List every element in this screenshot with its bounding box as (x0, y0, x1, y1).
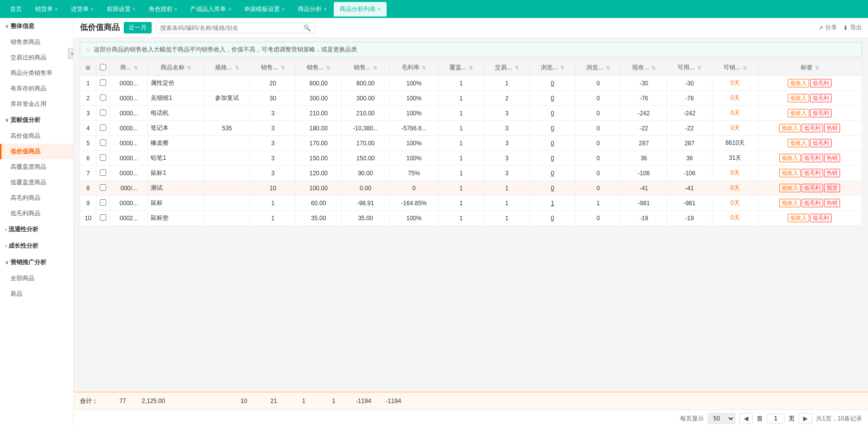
cell-checkbox[interactable] (96, 136, 110, 151)
col-view1[interactable]: 浏览... ⇅ (530, 60, 576, 76)
close-icon[interactable]: × (324, 6, 327, 12)
cell-view1[interactable]: 0 (530, 151, 576, 166)
first-page-button[interactable]: ◀ (739, 413, 753, 424)
sidebar-item-sales-products[interactable]: 销售类商品 (0, 34, 73, 50)
close-icon[interactable]: × (378, 6, 381, 12)
nav-tab-analysis[interactable]: 商品分析 × (292, 2, 333, 16)
cell-cover: 1 (438, 151, 484, 166)
cell-view1[interactable]: 0 (530, 136, 576, 151)
cell-name: 鼠标1 (148, 166, 204, 181)
row-checkbox[interactable] (100, 184, 106, 191)
cell-checkbox[interactable] (96, 166, 110, 181)
row-checkbox[interactable] (100, 214, 106, 221)
row-checkbox[interactable] (100, 154, 106, 161)
sidebar-item-high-value[interactable]: 高价值商品 (0, 128, 73, 144)
col-code[interactable]: 商... ⇅ (110, 60, 148, 76)
row-checkbox[interactable] (100, 169, 106, 176)
cell-view1[interactable]: 0 (530, 211, 576, 226)
col-view2[interactable]: 浏览... ⇅ (575, 60, 621, 76)
col-margin[interactable]: 毛利率 ⇅ (390, 60, 438, 76)
row-checkbox[interactable] (100, 199, 106, 206)
cell-checkbox[interactable] (96, 91, 110, 106)
sidebar-item-category-sales-rate[interactable]: 商品分类销售率 (0, 65, 73, 81)
cell-view1[interactable]: 0 (530, 181, 576, 196)
select-all-checkbox[interactable] (100, 64, 106, 70)
sidebar-section-marketing[interactable]: ∨ 营销推广分析 (0, 254, 73, 271)
sidebar-item-low-margin[interactable]: 低毛利商品 (0, 206, 73, 221)
share-button[interactable]: ↗ 分享 (818, 23, 837, 32)
col-tags[interactable]: 标签 ⇅ (758, 60, 862, 76)
page-number-input[interactable] (767, 414, 785, 424)
filter-recent-month-button[interactable]: 近一月 (124, 22, 152, 33)
row-checkbox[interactable] (100, 124, 106, 131)
nav-tab-inbound[interactable]: 产成品入库单 × (184, 2, 237, 16)
nav-tab-permission[interactable]: 权限设置 × (101, 2, 142, 16)
cell-checkbox[interactable] (96, 106, 110, 121)
sidebar-item-low-coverage[interactable]: 低覆盖度商品 (0, 175, 73, 190)
nav-tab-purchase[interactable]: 进货单 × (65, 2, 100, 16)
next-page-button[interactable]: ▶ (799, 413, 812, 424)
cell-checkbox[interactable] (96, 151, 110, 166)
sidebar-section-liquidity[interactable]: › 流通性分析 (0, 221, 73, 238)
col-saleable[interactable]: 可销... ⇅ (712, 60, 758, 76)
close-icon[interactable]: × (175, 6, 178, 12)
sidebar-item-high-coverage[interactable]: 高覆盖度商品 (0, 159, 73, 175)
search-icon[interactable]: 🔍 (303, 24, 311, 31)
cell-checkbox[interactable] (96, 196, 110, 211)
nav-tab-home[interactable]: 首页 (4, 2, 28, 16)
col-amount[interactable]: 销售... ⇅ (296, 60, 342, 76)
cell-view1[interactable]: 0 (530, 76, 576, 91)
sidebar-section-contribution[interactable]: ∨ 贡献值分析 (0, 112, 73, 128)
sidebar-item-inventory-capital[interactable]: 库存资金占用 (0, 96, 73, 112)
cell-checkbox[interactable] (96, 76, 110, 91)
cell-view1[interactable]: 0 (530, 106, 576, 121)
cell-view1[interactable]: 0 (530, 166, 576, 181)
export-button[interactable]: ⬇ 导出 (843, 23, 862, 32)
sidebar-item-high-margin[interactable]: 高毛利商品 (0, 190, 73, 206)
table-row: 9 0000... 鼠标 1 60.00 -98.91 -164.85% 1 1… (80, 196, 862, 211)
cell-checkbox[interactable] (96, 121, 110, 136)
sidebar-section-overview[interactable]: ∨ 整体信息 (0, 18, 73, 34)
sidebar-section-growth[interactable]: › 成长性分析 (0, 238, 73, 254)
col-sale2[interactable]: 销售... ⇅ (341, 60, 390, 76)
row-checkbox[interactable] (100, 139, 106, 146)
col-spec[interactable]: 规格... ⇅ (204, 60, 250, 76)
cell-saleable: 0天 (712, 121, 758, 136)
cell-view1[interactable]: 0 (530, 91, 576, 106)
cell-checkbox[interactable] (96, 181, 110, 196)
col-usable[interactable]: 可用... ⇅ (666, 60, 712, 76)
per-page-select[interactable]: 50 100 200 (708, 413, 735, 424)
close-icon[interactable]: × (91, 6, 94, 12)
top-nav: 首页 销货单 × 进货单 × 权限设置 × 角色授权 × 产成品入库单 × 单据… (0, 0, 868, 18)
collapse-sidebar-button[interactable]: « (68, 48, 74, 59)
col-trade[interactable]: 交易... ⇅ (484, 60, 530, 76)
row-checkbox[interactable] (100, 79, 106, 86)
cell-view1[interactable]: 0 (530, 121, 576, 136)
nav-tab-role[interactable]: 角色授权 × (143, 2, 184, 16)
cell-name: 铅笔1 (148, 151, 204, 166)
sidebar-item-new-products[interactable]: 新品 (0, 286, 73, 302)
col-checkbox[interactable] (96, 60, 110, 76)
sidebar-item-all-products[interactable]: 全部商品 (0, 271, 73, 286)
close-icon[interactable]: × (228, 6, 231, 12)
row-checkbox[interactable] (100, 94, 106, 101)
cell-checkbox[interactable] (96, 211, 110, 226)
col-current[interactable]: 现有... ⇅ (621, 60, 667, 76)
col-qty[interactable]: 销售... ⇅ (250, 60, 296, 76)
col-cover[interactable]: 覆盖... ⇅ (438, 60, 484, 76)
close-icon[interactable]: × (133, 6, 136, 12)
close-icon[interactable]: × (55, 6, 58, 12)
cell-view1[interactable]: 1 (530, 196, 576, 211)
row-checkbox[interactable] (100, 109, 106, 116)
col-settings[interactable]: ⚙ (80, 60, 96, 76)
search-input[interactable] (160, 24, 301, 31)
nav-tab-analysis-list[interactable]: 商品分析列表 × (334, 2, 387, 16)
close-icon[interactable]: × (282, 6, 285, 12)
cell-view2: 0 (575, 106, 621, 121)
nav-tab-sales[interactable]: 销货单 × (29, 2, 64, 16)
sidebar-item-in-stock[interactable]: 有库存的商品 (0, 81, 73, 96)
sidebar-item-low-value[interactable]: 低价值商品 (0, 144, 73, 159)
col-name[interactable]: 商品名称 ⇅ (148, 60, 204, 76)
nav-tab-template[interactable]: 单据模板设置 × (238, 2, 291, 16)
sidebar-item-traded-products[interactable]: 交易过的商品 (0, 50, 73, 65)
